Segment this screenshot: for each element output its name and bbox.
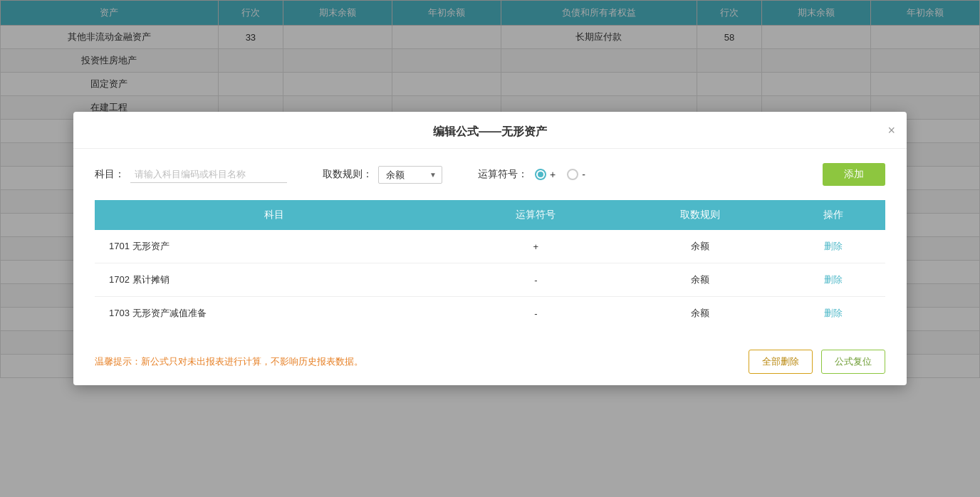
formula-table-head: 科目 运算符号 取数规则 操作 (95, 200, 885, 230)
operator-minus-label: - (582, 169, 585, 180)
table-row: 1701 无形资产+余额删除 (95, 230, 885, 263)
rule-select[interactable]: 余额 借方 贷方 (378, 166, 442, 184)
formula-operator-cell: + (454, 230, 617, 263)
col-operator-header: 运算符号 (454, 200, 617, 230)
rule-section: 取数规则： 余额 借方 贷方 ▼ (323, 166, 442, 184)
delete-row-button[interactable]: 删除 (824, 241, 843, 251)
modal-close-button[interactable]: × (887, 124, 895, 137)
col-rule-header: 取数规则 (617, 200, 781, 230)
col-subject-header: 科目 (95, 200, 454, 230)
formula-subject-cell: 1702 累计摊销 (95, 263, 454, 297)
operator-plus-label: + (550, 169, 556, 180)
formula-rule-cell: 余额 (617, 297, 781, 330)
delete-all-button[interactable]: 全部删除 (749, 350, 813, 374)
formula-table-header-row: 科目 运算符号 取数规则 操作 (95, 200, 885, 230)
formula-subject-cell: 1703 无形资产减值准备 (95, 297, 454, 330)
formula-action-cell: 删除 (782, 230, 885, 263)
modal-header: 编辑公式——无形资产 × (73, 112, 907, 149)
formula-rule-cell: 余额 (617, 263, 781, 297)
modal-title: 编辑公式——无形资产 (433, 125, 547, 137)
operator-minus-radio[interactable]: - (567, 169, 585, 180)
formula-table-body: 1701 无形资产+余额删除1702 累计摊销-余额删除1703 无形资产减值准… (95, 230, 885, 330)
radio-plus-circle (535, 169, 546, 180)
operator-section: 运算符号： + - (478, 168, 585, 181)
reset-formula-button[interactable]: 公式复位 (821, 350, 885, 374)
formula-form-row: 科目： 取数规则： 余额 借方 贷方 ▼ 运算符号： (95, 163, 885, 186)
modal-footer: 温馨提示：新公式只对未出报表进行计算，不影响历史报表数据。 全部删除 公式复位 (73, 341, 907, 385)
formula-action-cell: 删除 (782, 263, 885, 297)
rule-select-wrapper: 余额 借方 贷方 ▼ (378, 166, 442, 184)
formula-subject-cell: 1701 无形资产 (95, 230, 454, 263)
operator-label: 运算符号： (478, 168, 528, 181)
edit-formula-modal: 编辑公式——无形资产 × 科目： 取数规则： 余额 借方 贷方 ▼ 运算符号： (73, 112, 907, 385)
table-row: 1702 累计摊销-余额删除 (95, 263, 885, 297)
formula-operator-cell: - (454, 263, 617, 297)
col-action-header: 操作 (782, 200, 885, 230)
radio-minus-circle (567, 169, 578, 180)
add-formula-button[interactable]: 添加 (823, 163, 885, 186)
modal-body: 科目： 取数规则： 余额 借方 贷方 ▼ 运算符号： (73, 149, 907, 341)
formula-action-cell: 删除 (782, 297, 885, 330)
footer-buttons: 全部删除 公式复位 (749, 350, 885, 374)
delete-row-button[interactable]: 删除 (824, 308, 843, 318)
subject-input[interactable] (130, 166, 287, 183)
delete-row-button[interactable]: 删除 (824, 274, 843, 285)
subject-label: 科目： (95, 168, 125, 181)
footer-hint: 温馨提示：新公式只对未出报表进行计算，不影响历史报表数据。 (95, 355, 363, 368)
rule-label: 取数规则： (323, 168, 372, 181)
operator-radio-group: + - (535, 169, 585, 180)
table-row: 1703 无形资产减值准备-余额删除 (95, 297, 885, 330)
formula-rule-cell: 余额 (617, 230, 781, 263)
operator-plus-radio[interactable]: + (535, 169, 556, 180)
formula-table: 科目 运算符号 取数规则 操作 1701 无形资产+余额删除1702 累计摊销-… (95, 200, 885, 330)
formula-operator-cell: - (454, 297, 617, 330)
